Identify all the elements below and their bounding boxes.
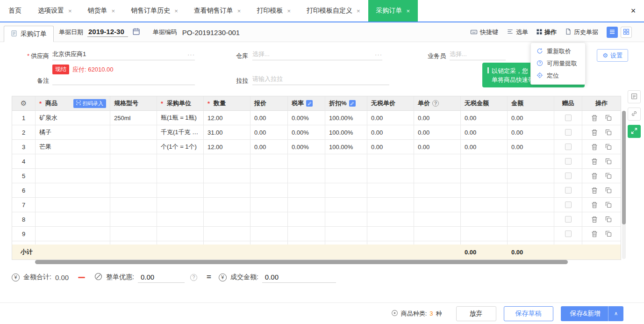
cell-amount[interactable]: 0.00: [508, 111, 554, 125]
help-icon[interactable]: ?: [190, 274, 197, 281]
cell-tax-rate[interactable]: [288, 154, 325, 169]
cell-discount[interactable]: [325, 169, 367, 183]
cell-quantity[interactable]: [204, 169, 250, 183]
calendar-icon[interactable]: [132, 28, 140, 37]
cell-notax-price[interactable]: [367, 212, 414, 227]
cell-quote[interactable]: [250, 198, 288, 212]
cell-discount[interactable]: [325, 198, 367, 212]
cell-notax-amount[interactable]: [461, 241, 508, 245]
warehouse-field[interactable]: 选择... ···: [252, 49, 382, 60]
cell-spec[interactable]: [110, 198, 157, 212]
delete-row-icon[interactable]: [591, 129, 598, 136]
cell-quote[interactable]: [250, 241, 288, 245]
close-tab-icon[interactable]: ×: [174, 7, 178, 14]
close-tab-icon[interactable]: ×: [68, 7, 72, 14]
cell-quantity[interactable]: [204, 212, 250, 227]
cell-quote[interactable]: [250, 183, 288, 198]
cell-tax-rate[interactable]: [288, 212, 325, 227]
cell-spec[interactable]: 250ml: [110, 111, 157, 125]
cell-spec[interactable]: [110, 227, 157, 241]
menu-button[interactable]: 选单: [507, 28, 528, 36]
cell-notax-amount[interactable]: [461, 198, 508, 212]
gift-checkbox[interactable]: [565, 187, 572, 194]
edit-discount-icon[interactable]: [349, 100, 356, 107]
gift-checkbox[interactable]: [565, 144, 572, 150]
cell-notax-price[interactable]: [367, 183, 414, 198]
cell-price[interactable]: [414, 183, 461, 198]
cell-product[interactable]: [36, 198, 110, 212]
delete-row-icon[interactable]: [591, 187, 598, 194]
cell-tax-rate[interactable]: [288, 198, 325, 212]
cell-tax-rate[interactable]: [288, 227, 325, 241]
cell-price[interactable]: 0.00: [414, 125, 461, 140]
copy-row-icon[interactable]: [605, 187, 612, 194]
cell-notax-price[interactable]: 0.00: [367, 111, 414, 125]
cell-discount[interactable]: [325, 212, 367, 227]
cell-spec[interactable]: [110, 183, 157, 198]
cell-price[interactable]: [414, 154, 461, 169]
menu-item-locate[interactable]: 定位: [531, 70, 585, 82]
cell-product[interactable]: [36, 227, 110, 241]
cell-product[interactable]: 矿泉水: [36, 111, 110, 125]
gift-checkbox[interactable]: [565, 173, 572, 179]
remark-field[interactable]: [52, 73, 195, 85]
cell-notax-price[interactable]: [367, 198, 414, 212]
tab-purchase-order[interactable]: 采购订单 ×: [368, 0, 418, 22]
close-tab-icon[interactable]: ×: [407, 7, 410, 14]
copy-row-icon[interactable]: [605, 158, 612, 165]
cell-quantity[interactable]: 12.00: [204, 111, 250, 125]
cell-notax-amount[interactable]: [461, 169, 508, 183]
cell-tax-rate[interactable]: 0.00%: [288, 140, 325, 154]
tab-sales-order-history[interactable]: 销售订单历史 ×: [123, 0, 186, 22]
expand-float-button[interactable]: [628, 125, 641, 138]
cell-discount[interactable]: 100.00%: [325, 125, 367, 140]
discount-input[interactable]: 0.00: [138, 272, 185, 283]
cell-tax-rate[interactable]: 0.00%: [288, 111, 325, 125]
cell-price[interactable]: 0.00: [414, 140, 461, 154]
cell-amount[interactable]: [508, 169, 554, 183]
cell-discount[interactable]: 100.00%: [325, 111, 367, 125]
cell-notax-amount[interactable]: 0.00: [461, 111, 508, 125]
cell-product[interactable]: [36, 212, 110, 227]
close-tab-icon[interactable]: ×: [112, 7, 115, 14]
close-tab-icon[interactable]: ×: [287, 7, 291, 14]
delete-row-icon[interactable]: [591, 158, 598, 165]
date-input[interactable]: 2019-12-30: [87, 28, 128, 37]
gift-checkbox[interactable]: [565, 216, 572, 223]
cell-amount[interactable]: [508, 227, 554, 241]
cell-quantity[interactable]: [204, 154, 250, 169]
cell-quantity[interactable]: [204, 198, 250, 212]
cell-product[interactable]: [36, 169, 110, 183]
cell-quantity[interactable]: [204, 183, 250, 198]
close-window-icon[interactable]: ×: [623, 0, 644, 22]
menu-item-available-qty[interactable]: 可用量提取: [531, 58, 585, 70]
settings-button[interactable]: ⚙ 设置: [597, 49, 628, 62]
cell-price[interactable]: [414, 169, 461, 183]
cell-amount[interactable]: [508, 241, 554, 245]
cell-price[interactable]: 0.00: [414, 111, 461, 125]
cell-unit[interactable]: 个(1个 = 1个): [157, 140, 204, 154]
abandon-button[interactable]: 放弃: [456, 306, 496, 321]
supplier-field[interactable]: 北京供应商1 ···: [52, 49, 195, 60]
copy-row-icon[interactable]: [605, 115, 612, 121]
cell-amount[interactable]: [508, 212, 554, 227]
cell-spec[interactable]: [110, 212, 157, 227]
delete-row-icon[interactable]: [591, 202, 598, 209]
scan-entry-button[interactable]: 扫码录入: [73, 99, 106, 108]
cell-spec[interactable]: [110, 154, 157, 169]
cell-product[interactable]: [36, 183, 110, 198]
warehouse-picker-icon[interactable]: ···: [375, 51, 382, 58]
cell-unit[interactable]: [157, 183, 204, 198]
chevron-up-icon[interactable]: ∧: [608, 306, 623, 321]
cell-amount[interactable]: 0.00: [508, 140, 554, 154]
cell-product[interactable]: 橘子: [36, 125, 110, 140]
tab-print-template[interactable]: 打印模板 ×: [249, 0, 299, 22]
column-config-button[interactable]: ⚙: [12, 96, 36, 111]
copy-row-icon[interactable]: [605, 173, 612, 179]
grid-view-toggle[interactable]: [621, 27, 632, 38]
cell-spec[interactable]: [110, 125, 157, 140]
horizontal-scrollbar-thumb[interactable]: [35, 260, 568, 264]
doc-tab-purchase-order[interactable]: 采购订单: [4, 26, 54, 42]
vertical-scrollbar-thumb[interactable]: [622, 111, 626, 224]
cell-quantity[interactable]: [204, 241, 250, 245]
